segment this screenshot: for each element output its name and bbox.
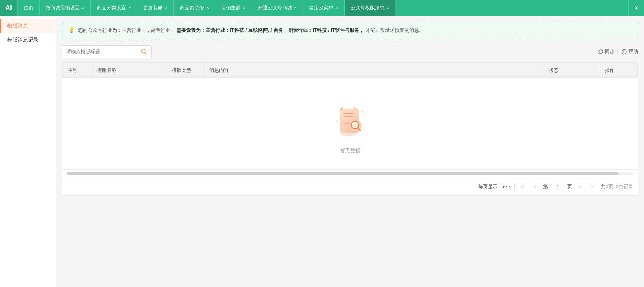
sync-button[interactable]: 同步 [598, 48, 614, 55]
tab-product-decor-label: 商品页装修 [180, 4, 204, 11]
page-first-icon [520, 184, 525, 189]
sidebar-item-template-record-label: 模版消息记录 [7, 37, 38, 43]
svg-point-17 [336, 120, 338, 122]
tab-micro-store-close[interactable]: × [82, 5, 84, 10]
tab-home-decor-label: 首页装修 [143, 4, 163, 11]
col-header-content: 消息内容 [205, 63, 544, 77]
tab-product-category[interactable]: 商品分类设置 × [91, 0, 137, 16]
empty-state: 暂无数据 [63, 78, 638, 169]
svg-text:?: ? [623, 50, 625, 54]
page-input[interactable] [551, 183, 564, 190]
sidebar-item-template-msg[interactable]: 模版消息 [0, 19, 56, 33]
logo-text: Ai [5, 4, 12, 12]
col-header-status: 状态 [544, 63, 600, 77]
bulb-icon: 💡 [68, 27, 74, 33]
search-button[interactable] [137, 46, 151, 58]
page-size-dropdown[interactable]: 50 [499, 183, 515, 190]
svg-line-1 [145, 52, 147, 54]
tab-template-msg-label: 公众号模版消息 [351, 4, 385, 11]
tab-store-theme-label: 店铺主题 [221, 4, 241, 11]
table-container: 序号 模版名称 模版类型 消息内容 状态 操作 [62, 62, 638, 196]
tab-micro-store[interactable]: 微商城店铺设置 × [40, 0, 91, 16]
page-first-button[interactable] [518, 182, 527, 192]
total-info: 共0页, 0条记录 [601, 183, 633, 190]
help-button[interactable]: ? 帮助 [622, 48, 638, 55]
empty-icon [330, 100, 371, 141]
top-nav: Ai 首页 微商城店铺设置 × 商品分类设置 × 首页装修 × 商品页装修 × … [0, 0, 644, 16]
tab-store-theme-close[interactable]: × [243, 5, 246, 10]
page-label: 第 [543, 183, 548, 190]
search-bar: 同步 | ? 帮助 [62, 45, 638, 58]
svg-point-14 [352, 122, 355, 125]
info-alert: 💡 您的公众号行业为：主营行业：，副营行业： 需要设置为：主营行业：IT科技 /… [62, 22, 638, 39]
help-label: 帮助 [628, 48, 638, 55]
tab-custom-menu-close[interactable]: × [336, 5, 338, 10]
empty-text: 暂无数据 [340, 147, 361, 154]
svg-point-15 [361, 110, 364, 113]
tab-open-mall-close[interactable]: × [294, 5, 297, 10]
sidebar: 模版消息 模版消息记录 [0, 16, 56, 287]
tab-open-mall[interactable]: 开通公众号商城 × [252, 0, 303, 16]
chevron-down-icon [508, 185, 512, 189]
global-close-button[interactable]: ✕ [628, 0, 644, 16]
tab-open-mall-label: 开通公众号商城 [258, 4, 292, 11]
col-header-index: 序号 [63, 63, 93, 77]
sidebar-item-template-record[interactable]: 模版消息记录 [0, 33, 56, 47]
alert-prefix: 您的公众号行业为：主营行业：，副营行业： [78, 27, 175, 33]
search-input[interactable] [62, 46, 137, 57]
table-header-row: 序号 模版名称 模版类型 消息内容 状态 操作 [63, 63, 638, 77]
main-content: 💡 您的公众号行业为：主营行业：，副营行业： 需要设置为：主营行业：IT科技 /… [56, 16, 644, 287]
search-input-wrap [62, 45, 152, 58]
pagination: 每页显示 50 [62, 178, 638, 195]
search-actions: 同步 | ? 帮助 [598, 48, 638, 55]
tab-custom-menu-label: 自定义菜单 [309, 4, 333, 11]
alert-suffix: 才能正常发送预置的消息。 [366, 27, 424, 33]
col-header-action: 操作 [600, 63, 638, 77]
page-next-button[interactable] [575, 182, 585, 192]
help-icon: ? [622, 49, 627, 54]
page-unit: 页 [567, 183, 572, 190]
tab-home-decor-close[interactable]: × [165, 5, 167, 10]
tab-home[interactable]: 首页 [18, 0, 40, 16]
page-size-select: 每页显示 50 [478, 183, 515, 190]
scroll-bar-thumb[interactable] [67, 172, 618, 175]
scroll-bar-area[interactable] [62, 169, 638, 178]
sync-label: 同步 [605, 48, 614, 55]
main-layout: 模版消息 模版消息记录 💡 您的公众号行业为：主营行业：，副营行业： 需要设置为… [0, 16, 644, 287]
page-size-value: 50 [502, 184, 507, 189]
tab-product-decor[interactable]: 商品页装修 × [174, 0, 215, 16]
tab-template-msg-close[interactable]: × [387, 5, 389, 10]
per-page-label: 每页显示 [478, 183, 497, 190]
svg-point-16 [363, 115, 365, 116]
col-header-name: 模版名称 [93, 63, 167, 77]
logo-area: Ai [0, 0, 18, 16]
tab-home-decor[interactable]: 首页装修 × [137, 0, 174, 16]
data-table: 序号 模版名称 模版类型 消息内容 状态 操作 [62, 63, 638, 169]
page-prev-button[interactable] [530, 182, 540, 192]
scroll-bar-track[interactable] [67, 172, 633, 175]
tab-product-decor-close[interactable]: × [206, 5, 209, 10]
empty-state-row: 暂无数据 [63, 77, 638, 169]
tab-template-msg[interactable]: 公众号模版消息 × [345, 0, 396, 16]
page-next-icon [578, 185, 582, 189]
tab-custom-menu[interactable]: 自定义菜单 × [303, 0, 345, 16]
tab-product-category-label: 商品分类设置 [97, 4, 126, 11]
col-header-type: 模版类型 [167, 63, 205, 77]
divider: | [617, 49, 619, 54]
sync-icon [598, 49, 603, 54]
page-last-icon [591, 184, 595, 189]
search-icon [141, 49, 147, 55]
sidebar-item-template-msg-label: 模版消息 [7, 22, 28, 28]
alert-highlight: 需要设置为：主营行业：IT科技 / 互联网|电子商务，副营行业：IT科技 / I… [176, 27, 364, 33]
tab-store-theme[interactable]: 店铺主题 × [215, 0, 252, 16]
page-last-button[interactable] [588, 182, 598, 192]
page-prev-icon [533, 185, 537, 189]
close-icon: ✕ [634, 4, 639, 12]
tab-home-label: 首页 [24, 4, 33, 11]
tab-product-category-close[interactable]: × [128, 5, 131, 10]
tab-micro-store-label: 微商城店铺设置 [46, 4, 80, 11]
